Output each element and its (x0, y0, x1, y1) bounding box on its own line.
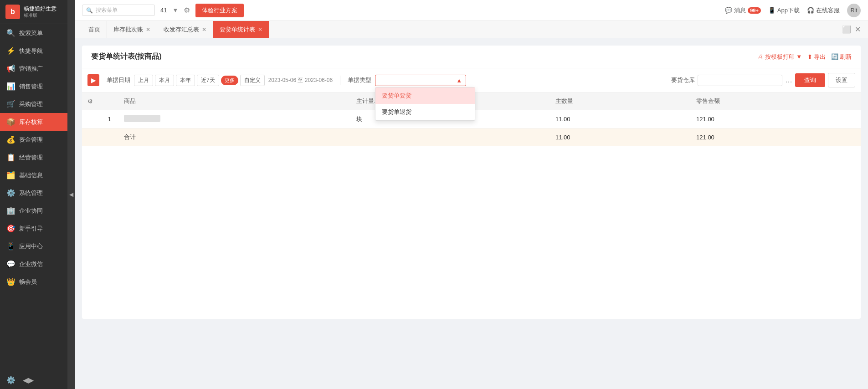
tab-home-label: 首页 (88, 26, 100, 34)
sidebar-label-appstore: 应用中心 (19, 242, 43, 251)
sidebar-item-inventory[interactable]: 📦库存核算 (0, 113, 67, 131)
topbar-search-box[interactable]: 🔍 搜索菜单 (82, 5, 155, 16)
tab-order-stats-label: 要货单统计表 (220, 26, 255, 34)
trial-button[interactable]: 体验行业方案 (195, 4, 244, 17)
user-avatar[interactable]: Rit (847, 4, 861, 17)
store-dropdown-icon[interactable]: ▼ (172, 7, 178, 14)
tab-inventory-batch-close[interactable]: ✕ (146, 26, 150, 33)
export-icon: ⬆ (807, 53, 812, 60)
filter-divider-1 (340, 76, 340, 85)
query-button[interactable]: 查询 (795, 73, 825, 87)
dropdown-option-order-goods[interactable]: 要货单要货 (375, 87, 475, 104)
print-label: 按模板打印 (765, 53, 795, 61)
date-btn-last-month[interactable]: 上月 (134, 75, 153, 86)
app-download-item[interactable]: 📱 App下载 (768, 6, 800, 15)
content-area: 要货单统计表(按商品) 🖨 按模板打印 ▼ ⬆ 导出 🔄 刷新 (75, 38, 868, 389)
refresh-label: 刷新 (840, 53, 852, 61)
tab-order-stats[interactable]: 要货单统计表 ✕ (213, 21, 269, 38)
type-dropdown-trigger[interactable]: ▲ (375, 75, 466, 86)
date-range-text: 2023-05-06 至 2023-06-06 (268, 77, 333, 84)
tab-expand-btn[interactable]: ⬜ (842, 25, 851, 34)
date-btn-more[interactable]: 更多 (221, 76, 238, 85)
sidebar-item-appstore[interactable]: 📱应用中心 (0, 237, 67, 255)
goods-name-blurred (124, 115, 160, 122)
sidebar-icon-search: 🔍 (6, 29, 15, 37)
refresh-icon: 🔄 (831, 53, 838, 60)
sidebar: b 畅捷通好生意 标准版 🔍搜索菜单⚡快捷导航📢营销推广📊销售管理🛒采购管理📦库… (0, 0, 67, 389)
topbar-settings-icon[interactable]: ⚙ (184, 6, 190, 15)
page-title: 要货单统计表(按商品) (91, 52, 162, 61)
store-name: 41 (160, 7, 167, 14)
tab-inventory-batch[interactable]: 库存批次账 ✕ (107, 21, 157, 38)
topbar: 🔍 搜索菜单 41 ▼ ⚙ 体验行业方案 💬 消息 99+ 📱 App下载 🎧 … (75, 0, 868, 21)
total-empty-1 (82, 128, 100, 146)
sidebar-label-finance: 资金管理 (19, 136, 43, 144)
sidebar-item-operation[interactable]: 📋经营管理 (0, 148, 67, 166)
filter-collapse-btn[interactable]: ▶ (87, 74, 99, 86)
type-dropdown[interactable]: ▲ 要货单要货 要货单退货 (375, 75, 466, 86)
sidebar-icon-guide: 🎯 (6, 224, 15, 233)
service-icon: 🎧 (807, 7, 814, 14)
sidebar-item-enterprise[interactable]: 🏢企业协同 (0, 202, 67, 220)
sidebar-collapse-icon[interactable]: ◀▶ (23, 376, 34, 384)
sidebar-item-finance[interactable]: 💰资金管理 (0, 131, 67, 148)
message-label: 消息 (734, 6, 746, 15)
date-btn-this-year[interactable]: 本年 (176, 75, 195, 86)
sidebar-item-guide[interactable]: 🎯新手引导 (0, 220, 67, 237)
tab-collect-summary[interactable]: 收发存汇总表 ✕ (157, 21, 213, 38)
warehouse-more-btn[interactable]: … (785, 76, 792, 84)
sidebar-icon-operation: 📋 (6, 153, 15, 162)
tab-close-all-btn[interactable]: ✕ (855, 25, 861, 34)
total-label: 合计 (118, 128, 351, 146)
sidebar-icon-sales: 📊 (6, 82, 15, 91)
sidebar-icon-inventory: 📦 (6, 118, 15, 126)
cell-goods (118, 110, 351, 128)
col-header-qty: 主数量 (550, 92, 691, 110)
cell-settings (82, 110, 100, 128)
search-icon: 🔍 (86, 7, 93, 14)
sidebar-item-purchase[interactable]: 🛒采购管理 (0, 95, 67, 113)
date-btn-this-month[interactable]: 本月 (155, 75, 174, 86)
sidebar-item-system[interactable]: ⚙️系统管理 (0, 184, 67, 202)
sidebar-icon-system: ⚙️ (6, 189, 15, 197)
tab-order-stats-close[interactable]: ✕ (258, 26, 262, 33)
filter-type-group: 单据类型 ▲ 要货单要货 要货单退货 (348, 75, 466, 86)
warehouse-input[interactable] (698, 75, 782, 86)
sidebar-settings-icon[interactable]: ⚙️ (6, 376, 15, 384)
sidebar-item-wechat[interactable]: 💬企业微信 (0, 255, 67, 273)
print-btn[interactable]: 🖨 按模板打印 ▼ (758, 53, 802, 61)
tab-collect-summary-close[interactable]: ✕ (202, 26, 206, 33)
sidebar-item-quick-nav[interactable]: ⚡快捷导航 (0, 42, 67, 60)
sidebar-item-member[interactable]: 👑畅会员 (0, 273, 67, 291)
col-header-amount: 零售金额 (691, 92, 861, 110)
search-text: 搜索菜单 (96, 6, 118, 14)
col-header-settings[interactable]: ⚙ (82, 92, 100, 110)
sidebar-collapse-btn[interactable]: ◀ (67, 0, 75, 389)
sidebar-item-marketing[interactable]: 📢营销推广 (0, 60, 67, 77)
col-header-goods: 商品 (118, 92, 351, 110)
warehouse-group: 要货仓库 … 查询 设置 (671, 73, 855, 87)
page-card: 要货单统计表(按商品) 🖨 按模板打印 ▼ ⬆ 导出 🔄 刷新 (82, 46, 861, 319)
date-shortcuts: 上月 本月 本年 近7天 更多 自定义 (134, 75, 265, 86)
dropdown-option-order-return[interactable]: 要货单退货 (375, 104, 475, 120)
sidebar-item-basic[interactable]: 🗂️基础信息 (0, 166, 67, 184)
sidebar-label-marketing: 营销推广 (19, 65, 43, 73)
date-btn-7days[interactable]: 近7天 (197, 75, 219, 86)
settings-button[interactable]: 设置 (828, 73, 855, 87)
date-btn-custom[interactable]: 自定义 (240, 75, 265, 86)
logo-title: 畅捷通好生意 (24, 5, 56, 13)
sidebar-item-sales[interactable]: 📊销售管理 (0, 77, 67, 95)
sidebar-scroll: 🔍搜索菜单⚡快捷导航📢营销推广📊销售管理🛒采购管理📦库存核算💰资金管理📋经营管理… (0, 24, 67, 371)
sidebar-label-operation: 经营管理 (19, 154, 43, 162)
export-btn[interactable]: ⬆ 导出 (807, 53, 826, 61)
message-item[interactable]: 💬 消息 99+ (725, 6, 761, 15)
main-area: 🔍 搜索菜单 41 ▼ ⚙ 体验行业方案 💬 消息 99+ 📱 App下载 🎧 … (75, 0, 868, 389)
warehouse-label: 要货仓库 (671, 76, 695, 84)
refresh-btn[interactable]: 🔄 刷新 (831, 53, 852, 61)
total-empty-2 (100, 128, 118, 146)
tab-home[interactable]: 首页 (82, 21, 107, 38)
service-item[interactable]: 🎧 在线客服 (807, 6, 840, 15)
service-label: 在线客服 (816, 6, 840, 15)
sidebar-item-search[interactable]: 🔍搜索菜单 (0, 24, 67, 42)
logo-text-block: 畅捷通好生意 标准版 (24, 5, 56, 19)
